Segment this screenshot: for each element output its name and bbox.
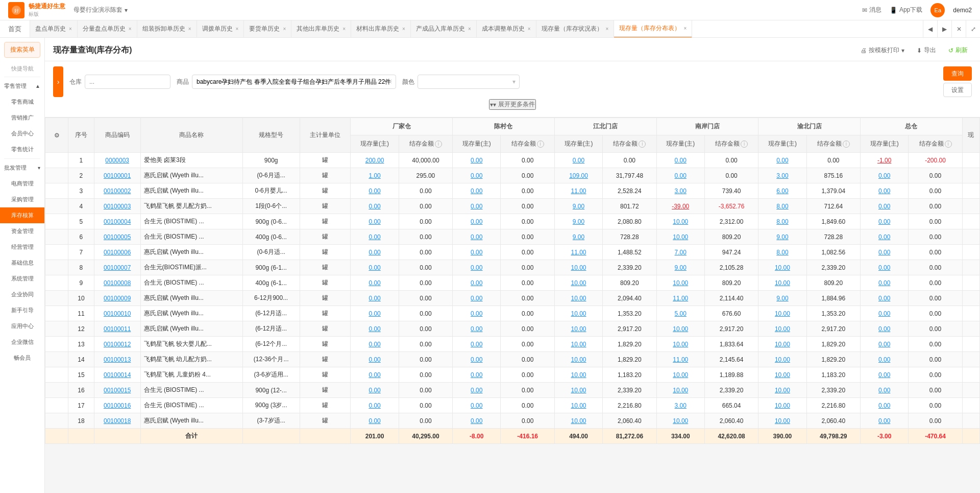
sidebar-item-system[interactable]: 系统管理 [0, 271, 44, 287]
table-cell[interactable]: 0.00 [453, 199, 501, 214]
c-bal-info-icon[interactable]: i [537, 140, 544, 148]
table-cell[interactable]: 0.00 [860, 352, 908, 367]
tab-sub-stocktake[interactable]: 分量盘点单历史 × [78, 20, 137, 38]
tab-close-transfer[interactable]: × [236, 26, 239, 32]
table-cell[interactable]: 00100008 [94, 275, 140, 291]
query-btn[interactable]: 查询 [943, 66, 972, 81]
table-cell[interactable]: 0.00 [453, 153, 501, 168]
table-cell[interactable]: 00100016 [94, 398, 140, 413]
sidebar-item-procurement[interactable]: 采购管理 [0, 192, 44, 207]
table-cell[interactable]: 0.00 [453, 245, 501, 260]
table-cell[interactable]: 8.00 [758, 199, 806, 214]
table-cell[interactable]: 0.00 [860, 306, 908, 321]
table-cell[interactable]: 11.00 [554, 245, 602, 260]
table-cell[interactable]: 0.00 [860, 383, 908, 398]
tab-close-product-in[interactable]: × [468, 26, 471, 32]
table-cell[interactable]: 0.00 [453, 291, 501, 306]
table-cell[interactable]: 11.00 [656, 352, 704, 367]
tab-close-request[interactable]: × [283, 26, 286, 32]
table-cell[interactable]: 00100005 [94, 229, 140, 245]
table-cell[interactable]: 10.00 [758, 383, 806, 398]
table-cell[interactable]: 0.00 [453, 367, 501, 383]
table-cell[interactable]: 9.00 [554, 199, 602, 214]
table-cell[interactable]: 0.00 [860, 275, 908, 291]
table-cell[interactable]: 0.00 [453, 337, 501, 352]
n-bal-info-icon[interactable]: i [741, 140, 748, 148]
table-cell[interactable]: 00100012 [94, 337, 140, 352]
table-cell[interactable]: 10.00 [758, 260, 806, 275]
table-cell[interactable]: 9.00 [758, 291, 806, 306]
table-cell[interactable]: 109.00 [554, 168, 602, 183]
table-cell[interactable]: 0.00 [860, 321, 908, 337]
sidebar-item-retail-stats[interactable]: 零售统计 [0, 142, 44, 157]
table-settings-icon[interactable]: ⚙ [52, 130, 62, 140]
table-cell[interactable]: 10.00 [554, 306, 602, 321]
table-cell[interactable]: 00100013 [94, 352, 140, 367]
tab-close-all-btn[interactable]: ✕ [951, 20, 966, 38]
refresh-btn[interactable]: ↺ 刷新 [944, 44, 972, 57]
table-cell[interactable]: 0.00 [351, 321, 399, 337]
table-cell[interactable]: 00100007 [94, 260, 140, 275]
table-cell[interactable]: 10.00 [656, 229, 704, 245]
table-cell[interactable]: 8.00 [758, 214, 806, 229]
table-cell[interactable]: 9.00 [656, 260, 704, 275]
table-cell[interactable]: 10.00 [554, 367, 602, 383]
table-cell[interactable]: 0.00 [860, 245, 908, 260]
table-cell[interactable]: 10.00 [656, 337, 704, 352]
table-cell[interactable]: 0.00 [860, 291, 908, 306]
table-cell[interactable]: 11.00 [554, 183, 602, 199]
table-cell[interactable]: 0.00 [453, 383, 501, 398]
table-cell[interactable]: 0.00 [453, 413, 501, 429]
table-cell[interactable]: 00100010 [94, 306, 140, 321]
table-cell[interactable]: 10.00 [554, 260, 602, 275]
table-cell[interactable]: 9.00 [758, 229, 806, 245]
app-download-btn[interactable]: 📱 App下载 [890, 6, 922, 14]
table-cell[interactable]: 10.00 [656, 383, 704, 398]
table-cell[interactable]: 00100011 [94, 321, 140, 337]
f-bal-info-icon[interactable]: i [435, 140, 442, 148]
tab-prev-btn[interactable]: ◀ [923, 20, 937, 38]
tab-product-in[interactable]: 产成品入库单历史 × [411, 20, 477, 38]
sidebar-item-vip[interactable]: 畅会员 [0, 350, 44, 366]
table-cell[interactable]: -39.00 [656, 199, 704, 214]
sidebar-item-retail[interactable]: 零售管理 ▲ [0, 78, 44, 94]
settings-btn[interactable]: 设置 [943, 83, 972, 97]
industry-selector[interactable]: 母婴行业演示陈套 ▾ [74, 6, 128, 14]
y-bal-info-icon[interactable]: i [843, 140, 850, 148]
table-cell[interactable]: 0.00 [351, 183, 399, 199]
table-cell[interactable]: 0.00 [860, 199, 908, 214]
table-cell[interactable]: 10.00 [554, 413, 602, 429]
sidebar-item-finance[interactable]: 资金管理 [0, 223, 44, 239]
table-cell[interactable]: 10.00 [656, 214, 704, 229]
tab-transfer[interactable]: 调拨单历史 × [197, 20, 244, 38]
table-cell[interactable]: 200.00 [351, 153, 399, 168]
table-cell[interactable]: 00100014 [94, 367, 140, 383]
tab-stocktake[interactable]: 盘点单历史 × [30, 20, 78, 38]
table-cell[interactable]: 10.00 [656, 367, 704, 383]
table-cell[interactable]: 0.00 [453, 183, 501, 199]
table-cell[interactable]: 00100001 [94, 168, 140, 183]
table-cell[interactable]: 0.00 [351, 383, 399, 398]
table-cell[interactable]: -1.00 [860, 153, 908, 168]
expand-conditions-btn[interactable]: ▾▾ 展开更多条件 [489, 99, 536, 110]
sidebar-item-wechat[interactable]: 企业微信 [0, 334, 44, 350]
tab-close-stock-status[interactable]: × [606, 26, 609, 32]
table-cell[interactable]: 00100015 [94, 383, 140, 398]
export-btn[interactable]: ⬇ 导出 [913, 44, 940, 57]
table-cell[interactable]: 6.00 [758, 183, 806, 199]
table-cell[interactable]: 0.00 [453, 275, 501, 291]
table-cell[interactable]: 0000003 [94, 153, 140, 168]
table-cell[interactable]: 0.00 [554, 153, 602, 168]
tab-close-stocktake[interactable]: × [69, 26, 72, 32]
product-input[interactable] [192, 75, 396, 89]
table-cell[interactable]: 3.00 [656, 183, 704, 199]
t-bal-info-icon[interactable]: i [945, 140, 952, 148]
table-cell[interactable]: 00100018 [94, 413, 140, 429]
table-cell[interactable]: 0.00 [860, 229, 908, 245]
tab-next-btn[interactable]: ▶ [937, 20, 951, 38]
tab-assembly[interactable]: 组装拆卸单历史 × [137, 20, 197, 38]
table-cell[interactable]: 0.00 [860, 367, 908, 383]
table-cell[interactable]: 10.00 [758, 275, 806, 291]
tab-stock-distribution[interactable]: 现存量（库存分布表） × [614, 20, 692, 38]
table-cell[interactable]: 0.00 [860, 183, 908, 199]
